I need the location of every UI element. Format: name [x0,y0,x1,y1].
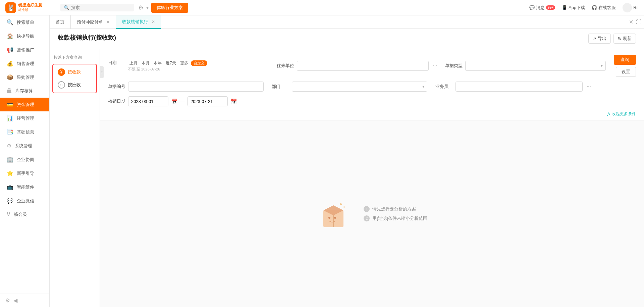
sidebar-item-hardware[interactable]: 📺 智能硬件 [0,180,49,194]
sidebar-item-guide[interactable]: ⭐ 新手引导 [0,166,49,180]
export-button[interactable]: ↗ 导出 [588,34,611,44]
sidebar-item-marketing[interactable]: 📢 营销推广 [0,43,49,57]
industry-btn[interactable]: 体验行业方案 [151,3,188,13]
sidebar-item-system[interactable]: ⚙ 系统管理 [0,139,49,153]
query-actions: 查询 设置 [614,55,636,77]
tab-prepay-close[interactable]: ✕ [106,20,110,24]
sidebar-item-basic[interactable]: 📑 基础信息 [0,125,49,139]
tab-receipt-label: 收款核销执行 [122,19,148,25]
guide-icon: ⭐ [7,170,13,176]
sidebar-item-inventory[interactable]: 🏛 库存核算 [0,84,49,98]
dept-select[interactable]: ▾ [292,82,427,92]
app-download-item[interactable]: 📱 App下载 [562,5,585,11]
salesman-dots[interactable]: ··· [587,84,591,90]
verify-date-to-input[interactable] [187,96,228,106]
collapse-more-row: ⋀ 收起更多条件 [108,111,636,117]
verify-date-range: 📅 — 📅 [128,96,237,106]
filter-by-receipt[interactable]: ¥ 按收款 [54,66,95,79]
date-7days[interactable]: 近7天 [164,60,177,67]
verify-date-from-input[interactable] [128,96,168,106]
search-bar[interactable]: 🔍 [60,4,134,11]
collapse-sidebar-icon[interactable]: ◀ [13,297,17,304]
partner-field: 往来单位 ··· [277,61,437,71]
tab-fullscreen-icon[interactable]: ⛶ [636,19,641,25]
settings-button[interactable]: 设置 [616,67,636,77]
sidebar-item-sales[interactable]: 💰 销售管理 [0,57,49,70]
sidebar-item-wechat[interactable]: 💬 企业微信 [0,194,49,208]
tip2-num: 2 [364,215,370,221]
basic-icon: 📑 [7,129,13,135]
operation-icon: 📊 [7,115,13,121]
page-body: 按以下方案查询 ¥ 按收款 ⏱ 按应收 « [50,49,644,307]
partner-label: 往来单位 [277,63,294,69]
date-more[interactable]: 更多 [179,60,190,67]
filter-by-receivable[interactable]: ⏱ 按应收 [54,79,95,91]
sidebar-item-purchase[interactable]: 📦 采购管理 [0,70,49,84]
receivable-icon: ⏱ [58,81,65,89]
right-panel: 日期 上月 本月 本年 近7天 更多 自定义 不限 至 2023-07-26 [100,49,644,307]
salesman-input[interactable] [455,82,583,92]
verify-date-field: 核销日期 📅 — 📅 [108,96,636,106]
message-item[interactable]: 💬 消息 99+ [529,5,555,11]
partner-input[interactable] [297,61,429,71]
settings-icon[interactable]: ⚙ [138,4,144,11]
refresh-button[interactable]: ↻ 刷新 [613,34,636,44]
calendar-from-icon[interactable]: 📅 [171,98,178,105]
tab-prepay-label: 预付冲应付单 [77,19,103,25]
tab-prepay[interactable]: 预付冲应付单 ✕ [71,15,116,29]
search-input[interactable] [71,5,118,10]
doc-type-field: 单据类型 ▾ [445,61,606,71]
settings-bottom-icon[interactable]: ⚙ [5,297,10,304]
avatar [623,3,632,12]
member-icon: V [7,211,10,217]
sidebar-item-corp[interactable]: 🏢 企业协同 [0,153,49,166]
inventory-icon: 🏛 [7,88,12,94]
sidebar-item-operation[interactable]: 📊 经营管理 [0,111,49,125]
collapse-filter-btn[interactable]: « [100,66,104,78]
filter-panel-title: 按以下方案查询 [52,55,97,60]
calendar-to-icon[interactable]: 📅 [230,98,237,105]
tab-close-icon[interactable]: ✕ [629,19,633,25]
empty-illustration [317,197,350,231]
user-item[interactable]: Rit [623,3,639,12]
doc-no-input[interactable] [128,82,264,92]
date-last-month[interactable]: 上月 [128,60,139,67]
tab-bar: 首页 预付冲应付单 ✕ 收款核销执行 ✕ ✕ ⛶ [50,15,644,29]
collapse-more-btn[interactable]: ⋀ 收起更多条件 [607,111,636,117]
empty-tip-2: 2 用[过滤]条件来缩小分析范围 [364,215,427,221]
logo-name: 畅捷通好生意 [18,3,42,7]
system-icon: ⚙ [7,143,11,149]
date-custom-btn[interactable]: 自定义 [191,60,207,66]
corp-icon: 🏢 [7,156,13,163]
home-icon: 🏠 [7,33,13,39]
date-this-year[interactable]: 本年 [152,60,163,67]
user-label: Rit [633,5,639,10]
tab-home-label: 首页 [56,19,64,25]
finance-icon: 💳 [7,101,13,108]
dept-label: 部门 [272,84,289,90]
sidebar-item-member[interactable]: V 畅会员 [0,208,49,221]
partner-dots[interactable]: ··· [433,63,437,69]
service-icon: 🎧 [592,5,597,10]
query-button[interactable]: 查询 [614,55,636,65]
sidebar-item-label: 畅会员 [14,211,27,217]
sidebar-item-quick-nav[interactable]: 🏠 快捷导航 [0,29,49,43]
wechat-icon: 💬 [7,198,13,204]
page-title: 收款核销执行(按收款) [58,34,636,42]
export-label: 导出 [598,36,606,42]
refresh-label: 刷新 [623,36,632,42]
chevron-down-icon[interactable]: ▾ [146,5,149,10]
sidebar-item-search[interactable]: 🔍 搜索菜单 [0,15,49,29]
sidebar-item-label: 企业微信 [17,198,34,204]
query-panel: 日期 上月 本月 本年 近7天 更多 自定义 不限 至 2023-07-26 [100,49,644,120]
sidebar: 🔍 搜索菜单 🏠 快捷导航 📢 营销推广 💰 销售管理 📦 采购管理 🏛 库存核… [0,15,50,307]
date-field: 日期 上月 本月 本年 近7天 更多 自定义 不限 至 2023-07-26 [108,60,269,72]
tab-home[interactable]: 首页 [50,15,71,29]
sidebar-item-finance[interactable]: 💳 资金管理 [0,98,49,111]
tab-receipt-close[interactable]: ✕ [152,19,155,24]
tab-receipt-verify[interactable]: 收款核销执行 ✕ [116,15,161,29]
date-label: 日期 [108,60,125,66]
date-this-month[interactable]: 本月 [140,60,151,67]
service-item[interactable]: 🎧 在线客服 [592,5,616,11]
doc-type-select[interactable]: ▾ [465,61,606,71]
